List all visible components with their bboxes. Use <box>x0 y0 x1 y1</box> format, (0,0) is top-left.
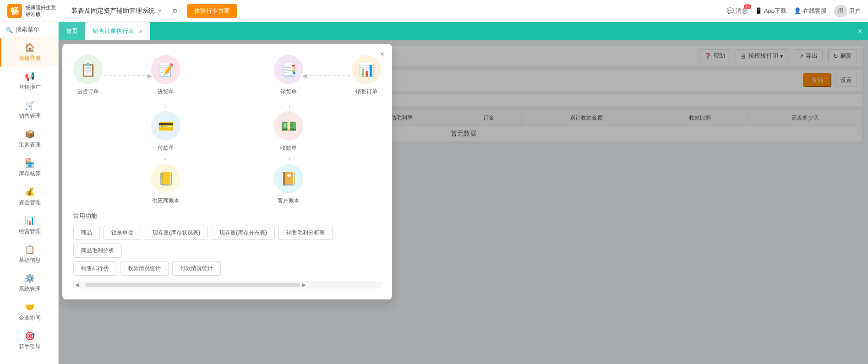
flow-arrows-down: ↓ ↓ <box>73 101 381 109</box>
flow-node-payment-bill[interactable]: 💳 付款单 <box>151 111 180 152</box>
settings-gear-icon[interactable]: ⚙ <box>169 5 181 17</box>
receipt-bill-icon: 💵 <box>274 111 303 141</box>
sidebar-item-finance[interactable]: 💰 资金管理 <box>0 182 58 211</box>
tab-close-icon[interactable]: × <box>139 27 142 35</box>
down-arrow-receipt: ↓ <box>275 154 304 162</box>
page-content: ❓ 帮助 🖨 按模板打印 ▾ ↗ 导出 ↻ 刷新 <box>59 40 868 364</box>
enterprise-icon: 🤝 <box>25 302 35 312</box>
tab-bar: 首页 销售订单执行表 × × <box>59 22 868 40</box>
down-arrow-payment: ↓ <box>150 154 180 162</box>
dropdown-icon <box>157 8 163 14</box>
tab-home[interactable]: 首页 <box>59 22 85 40</box>
func-btn-partner[interactable]: 往来单位 <box>104 226 141 240</box>
search-menu[interactable]: 🔍 搜索菜单 <box>0 22 58 38</box>
popup-close-button[interactable]: × <box>380 49 385 59</box>
flow-row-mid: 💳 付款单 💵 收款单 <box>73 111 381 152</box>
marketing-icon: 📢 <box>25 71 35 81</box>
sidebar-item-marketing[interactable]: 📢 营销推广 <box>0 67 58 96</box>
payment-bill-icon: 💳 <box>151 111 180 141</box>
flow-node-receipt-bill[interactable]: 💵 收款单 <box>274 111 303 152</box>
system-title: 装备及固定资产辅助管理系统 <box>71 7 155 15</box>
system-title-area[interactable]: 装备及固定资产辅助管理系统 <box>71 7 163 15</box>
system-icon: ⚙️ <box>25 273 35 283</box>
sidebar-item-purchase[interactable]: 📦 采购管理 <box>0 125 58 153</box>
operations-icon: 📊 <box>25 216 35 226</box>
popup-overlay[interactable]: × 📋 进货订单 <box>59 40 868 364</box>
flow-node-purchase-bill[interactable]: 📝 进货单 <box>151 55 180 96</box>
finance-icon: 💰 <box>25 187 35 197</box>
common-functions-title: 常用功能 <box>73 212 381 220</box>
logo-icon: 畅 <box>7 4 22 18</box>
supplier-ledger-icon: 📒 <box>151 164 180 193</box>
flow-node-supplier-ledger[interactable]: 📒 供应商账本 <box>151 164 180 205</box>
sidebar-item-basic-info[interactable]: 📋 基础信息 <box>0 240 58 269</box>
sales-bill-icon: 📑 <box>274 55 303 84</box>
phone-icon: 📱 <box>755 7 762 14</box>
flow-node-purchase-order[interactable]: 📋 进货订单 <box>73 55 103 96</box>
arrow-sales-order-to-sales-bill: ◀ <box>305 75 350 76</box>
scroll-thumb[interactable] <box>85 283 300 287</box>
sidebar-item-newbie[interactable]: 🎯 新手引导 <box>0 326 58 355</box>
flow-node-sales-order[interactable]: 📊 销售订单 <box>352 55 381 96</box>
message-icon: 💬 <box>726 7 734 14</box>
sidebar-item-enterprise[interactable]: 🤝 企业协同 <box>0 298 58 326</box>
sidebar-item-quick-nav[interactable]: 🏠 快捷导航 <box>0 38 58 67</box>
logo-area: 畅 畅康通好生意 标准版 <box>7 4 66 18</box>
func-btn-sales-ranking[interactable]: 销售排行榜 <box>73 261 116 276</box>
avatar: 用 <box>834 5 847 17</box>
flow-row-top: 📋 进货订单 ▶ 📝 进货单 <box>73 55 381 96</box>
sales-icon: 🛒 <box>25 100 35 110</box>
inventory-icon: 🏪 <box>25 158 35 168</box>
close-tab-area-icon[interactable]: × <box>852 27 868 36</box>
sidebar-item-system[interactable]: ⚙️ 系统管理 <box>0 269 58 298</box>
basic-info-icon: 📋 <box>25 244 35 255</box>
scroll-right-arrow[interactable]: ▶ <box>300 282 308 288</box>
tab-sales-order[interactable]: 销售订单执行表 × <box>85 22 150 40</box>
search-icon: 🔍 <box>5 27 13 33</box>
message-button[interactable]: 💬 消息 5 <box>726 7 748 15</box>
top-right-actions: 💬 消息 5 📱 App下载 👤 在线客服 用 用户 <box>726 5 861 17</box>
purchase-bill-icon: 📝 <box>151 55 180 84</box>
func-buttons-row-1: 商品 往来单位 现存量(库存状况表) 现存量(库存分布表) 销售毛利分析表 商品… <box>73 226 381 258</box>
horizontal-scrollbar[interactable]: ◀ ▶ <box>73 281 381 288</box>
user-menu[interactable]: 用 用户 <box>834 5 861 17</box>
common-functions: 常用功能 商品 往来单位 现存量(库存状况表) 现存量(库存分布表) 销售毛利分… <box>73 212 381 276</box>
sidebar-item-sales[interactable]: 🛒 销售管理 <box>0 96 58 125</box>
func-btn-product-margin[interactable]: 商品毛利分析 <box>73 244 122 258</box>
func-btn-product[interactable]: 商品 <box>73 226 100 240</box>
newbie-icon: 🎯 <box>25 331 35 341</box>
flow-diagram: 📋 进货订单 ▶ 📝 进货单 <box>73 55 381 205</box>
down-arrow-sales-bill: ↓ <box>275 101 304 109</box>
flow-arrows-down-2: ↓ ↓ <box>73 154 381 162</box>
flow-row-bottom: 📒 供应商账本 📔 客户账本 <box>73 164 381 205</box>
home-icon: 🏠 <box>25 43 35 53</box>
flow-node-customer-ledger[interactable]: 📔 客户账本 <box>274 164 303 205</box>
popup-dialog: × 📋 进货订单 <box>62 44 392 299</box>
scroll-left-arrow[interactable]: ◀ <box>73 282 81 288</box>
message-badge: 5 <box>744 4 751 9</box>
service-icon: 👤 <box>794 7 801 14</box>
sidebar-item-operations[interactable]: 📊 经营管理 <box>0 211 58 240</box>
purchase-icon: 📦 <box>25 129 35 139</box>
app-download-button[interactable]: 📱 App下载 <box>755 7 786 15</box>
func-btn-payment-stats[interactable]: 付款情况统计 <box>172 261 221 276</box>
func-btn-receipt-stats[interactable]: 收款情况统计 <box>120 261 169 276</box>
content-area: 首页 销售订单执行表 × × ❓ 帮助 <box>59 22 868 364</box>
down-arrow-purchase-bill: ↓ <box>150 101 180 109</box>
trial-button[interactable]: 体验行业方案 <box>187 4 237 18</box>
arrow-purchase-order-to-purchase-bill: ▶ <box>104 75 149 76</box>
sidebar: 🔍 搜索菜单 🏠 快捷导航 📢 营销推广 🛒 销售管理 📦 采购管理 🏪 <box>0 22 59 364</box>
online-service-button[interactable]: 👤 在线客服 <box>794 7 827 15</box>
logo-text: 畅康通好生意 标准版 <box>26 4 56 17</box>
flow-node-sales-bill[interactable]: 📑 销货单 <box>274 55 303 96</box>
sales-order-icon: 📊 <box>352 55 381 84</box>
func-buttons-row-2: 销售排行榜 收款情况统计 付款情况统计 <box>73 261 381 276</box>
purchase-order-icon: 📋 <box>73 55 103 84</box>
func-btn-stock-status[interactable]: 现存量(库存状况表) <box>145 226 208 240</box>
sidebar-item-inventory[interactable]: 🏪 库存核算 <box>0 153 58 182</box>
customer-ledger-icon: 📔 <box>274 164 303 193</box>
func-btn-sales-margin[interactable]: 销售毛利分析表 <box>278 226 333 240</box>
func-btn-stock-dist[interactable]: 现存量(库存分布表) <box>212 226 275 240</box>
